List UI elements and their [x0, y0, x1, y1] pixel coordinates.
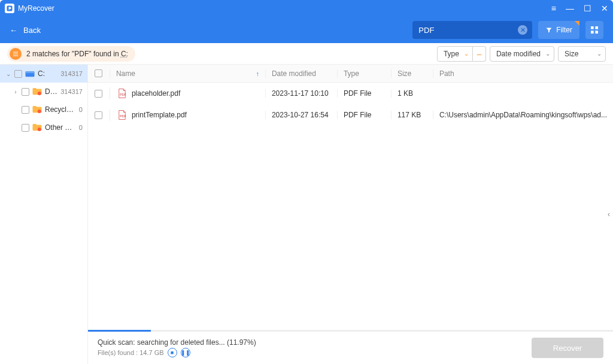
file-path: C:\Users\admin\AppData\Roaming\kingsoft\… [433, 111, 613, 119]
app-title: MyRecover [18, 4, 54, 13]
file-size: 1 KB [391, 89, 433, 98]
sort-asc-icon: ↑ [256, 70, 259, 77]
matches-text: 2 matches for "PDF" found in [26, 50, 121, 58]
type-clear-button[interactable]: – [473, 46, 486, 62]
svg-point-8 [38, 110, 41, 113]
back-label: Back [23, 26, 41, 35]
search-input[interactable] [418, 26, 514, 35]
column-path[interactable]: Path [433, 69, 613, 78]
file-type: PDF File [337, 111, 391, 119]
chevron-icon[interactable]: › [12, 89, 19, 95]
column-size[interactable]: Size [391, 69, 433, 78]
tree-label: Deleted Files [45, 87, 58, 96]
tree-count: 0 [79, 106, 83, 113]
file-date: 2023-11-17 10:10 [265, 89, 337, 98]
close-icon[interactable]: ✕ [601, 4, 608, 13]
folder-missing-icon [32, 122, 43, 133]
filter-icon [545, 26, 553, 34]
filter-indicator-icon [575, 21, 579, 26]
folder-deleted-icon [32, 86, 43, 97]
pdf-file-icon: PDF [116, 87, 128, 99]
filter-button[interactable]: Filter [538, 21, 579, 39]
menu-icon[interactable]: ≡ [551, 4, 556, 13]
file-date: 2023-10-27 16:54 [265, 111, 337, 119]
sidebar-item-deleted-files[interactable]: ›Deleted Files314317 [0, 83, 87, 101]
status-text: Quick scan: searching for deleted files.… [98, 338, 256, 347]
chevron-icon[interactable]: ⌄ [5, 71, 12, 77]
svg-rect-3 [591, 31, 594, 34]
minimize-icon[interactable]: — [566, 4, 574, 13]
type-dropdown[interactable]: Type ⌄ [437, 46, 473, 62]
back-arrow-icon: ← [10, 26, 17, 35]
sidebar-item-recycle-bin[interactable]: Recycle Bin0 [0, 101, 87, 119]
back-button[interactable]: ← Back [10, 26, 41, 35]
chevron-down-icon: ⌄ [464, 50, 469, 57]
svg-rect-1 [591, 26, 594, 29]
content: Name ↑ Date modified Type Size Path PDFp… [88, 65, 613, 364]
file-size: 117 KB [391, 111, 433, 119]
svg-text:PDF: PDF [120, 114, 126, 118]
maximize-icon[interactable]: ☐ [584, 4, 591, 13]
file-name: printTemplate.pdf [132, 111, 187, 119]
date-dropdown[interactable]: Date modified ⌄ [490, 46, 554, 62]
tree-checkbox[interactable] [14, 70, 22, 78]
filter-label: Filter [556, 26, 572, 34]
select-all-checkbox[interactable] [95, 69, 102, 77]
file-type: PDF File [337, 89, 391, 98]
grid-icon [590, 25, 599, 35]
main: ⌄C:314317›Deleted Files314317Recycle Bin… [0, 65, 613, 364]
tree-checkbox[interactable] [22, 88, 29, 96]
search-box[interactable]: ✕ [412, 21, 532, 39]
sidebar: ⌄C:314317›Deleted Files314317Recycle Bin… [0, 65, 88, 364]
view-grid-button[interactable] [585, 21, 603, 39]
titlebar: MyRecover ≡ — ☐ ✕ [0, 0, 613, 17]
window-controls: ≡ — ☐ ✕ [551, 4, 608, 13]
subbar: 2 matches for "PDF" found in C: Type ⌄ –… [0, 43, 613, 65]
pdf-file-icon: PDF [116, 109, 128, 121]
pause-button[interactable]: ❚❚ [181, 348, 190, 357]
app-logo-icon [6, 5, 13, 12]
chevron-down-icon: ⌄ [597, 50, 602, 57]
column-type[interactable]: Type [337, 69, 391, 78]
app-logo [5, 4, 14, 13]
table-row[interactable]: PDFplaceholder.pdf2023-11-17 10:10PDF Fi… [88, 83, 613, 104]
svg-point-7 [38, 92, 41, 95]
table-header: Name ↑ Date modified Type Size Path [88, 65, 613, 83]
column-date[interactable]: Date modified [265, 69, 337, 78]
table-row[interactable]: PDFprintTemplate.pdf2023-10-27 16:54PDF … [88, 104, 613, 126]
row-checkbox[interactable] [95, 111, 102, 119]
svg-point-9 [38, 128, 41, 131]
tree-label: Recycle Bin [45, 105, 77, 114]
svg-text:PDF: PDF [120, 93, 126, 96]
matches-location[interactable]: C: [121, 50, 128, 58]
status-bar: Quick scan: searching for deleted files.… [88, 332, 613, 364]
drive-icon [25, 68, 35, 79]
tree-checkbox[interactable] [22, 124, 29, 132]
tree-label: Other Missing Files [45, 123, 77, 132]
matches-pill: 2 matches for "PDF" found in C: [7, 46, 135, 62]
progress-bar [88, 330, 613, 332]
tree-count: 314317 [60, 70, 83, 77]
collapse-right-icon[interactable]: ‹ [605, 202, 613, 226]
size-dropdown[interactable]: Size ⌄ [558, 46, 606, 62]
search-clear-icon[interactable]: ✕ [518, 25, 527, 35]
svg-rect-2 [595, 26, 598, 29]
row-checkbox[interactable] [95, 90, 102, 98]
toolbar: ← Back ✕ Filter [0, 17, 613, 43]
tree-checkbox[interactable] [22, 106, 29, 114]
matches-icon [10, 48, 22, 60]
tree-count: 314317 [60, 88, 83, 95]
recover-button[interactable]: Recover [532, 338, 603, 358]
folder-recycle-icon [32, 104, 43, 115]
tree-label: C: [38, 69, 58, 78]
progress-fill [88, 330, 151, 332]
table-body: PDFplaceholder.pdf2023-11-17 10:10PDF Fi… [88, 83, 613, 330]
tree-count: 0 [79, 124, 83, 131]
sidebar-item-other-missing-files[interactable]: Other Missing Files0 [0, 119, 87, 136]
stop-button[interactable]: ■ [168, 348, 177, 357]
column-name[interactable]: Name ↑ [110, 69, 265, 78]
status-subtext: File(s) found : 14.7 GB [98, 349, 164, 356]
chevron-down-icon: ⌄ [545, 50, 550, 57]
sidebar-item-c-[interactable]: ⌄C:314317 [0, 65, 87, 83]
file-name: placeholder.pdf [132, 89, 180, 98]
